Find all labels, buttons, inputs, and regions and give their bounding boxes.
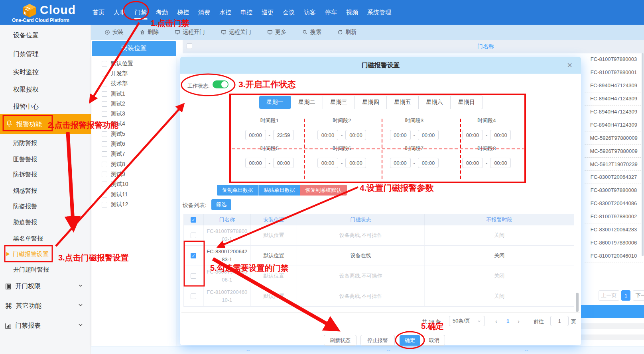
time-from-input[interactable]: 00:00	[245, 158, 266, 168]
nav-item[interactable]: 会议	[282, 7, 295, 18]
checkbox[interactable]	[102, 162, 107, 167]
nav-item[interactable]: 首页	[92, 7, 105, 18]
sidebar-item-permission-auth[interactable]: 权限授权	[0, 83, 91, 96]
time-to-input[interactable]: 00:00	[345, 130, 366, 140]
remote-close-button[interactable]: 远程关门	[221, 29, 251, 36]
week-tab[interactable]: 星期六	[419, 96, 451, 109]
main-pager-prev-button[interactable]: 上一页	[599, 290, 619, 301]
time-from-input[interactable]: 00:00	[245, 130, 266, 140]
checkbox[interactable]	[102, 192, 107, 198]
week-tab[interactable]: 星期二	[291, 96, 323, 109]
paste-day-button[interactable]: 粘贴单日数据	[258, 185, 300, 196]
refresh-button[interactable]: 刷新	[337, 29, 356, 36]
nav-item[interactable]: 水控	[219, 7, 232, 18]
time-from-input[interactable]: 00:00	[317, 130, 338, 140]
confirm-button[interactable]: 确定	[400, 335, 420, 346]
time-from-input[interactable]: 00:00	[390, 130, 411, 140]
time-from-input[interactable]: 00:00	[462, 158, 483, 168]
sidebar-item-door-management[interactable]: 门禁管理	[0, 48, 91, 61]
checkbox[interactable]	[102, 131, 107, 137]
time-to-input[interactable]: 00:00	[418, 158, 439, 168]
sidebar-item-other-functions[interactable]: ⌘ 其它功能	[0, 299, 91, 312]
location-option[interactable]: 测试8	[92, 159, 176, 169]
nav-item[interactable]: 消费	[197, 7, 211, 18]
restore-default-button[interactable]: 恢复到系统默认	[300, 185, 347, 196]
location-option[interactable]: 测试3	[92, 109, 176, 119]
work-status-toggle[interactable]	[213, 80, 228, 88]
location-option[interactable]: 测试7	[92, 149, 176, 159]
page-size-select[interactable]: 50条/页	[449, 316, 485, 326]
checkbox[interactable]	[102, 81, 107, 86]
nav-item[interactable]: 梯控	[176, 7, 190, 18]
refresh-status-button[interactable]: 刷新状态	[324, 335, 356, 346]
checkbox[interactable]	[102, 71, 107, 76]
stop-alarm-button[interactable]: 停止报警	[360, 335, 395, 346]
select-all-checkbox[interactable]: ✓	[191, 217, 196, 223]
week-tab[interactable]: 星期一	[259, 96, 291, 109]
row-checkbox[interactable]	[191, 273, 196, 279]
checkbox[interactable]	[102, 182, 107, 187]
location-option[interactable]: 测试11	[92, 190, 176, 199]
dialog-scrollbar[interactable]	[576, 293, 579, 312]
time-from-input[interactable]: 00:00	[390, 158, 411, 168]
time-to-input[interactable]: 00:00	[273, 158, 294, 168]
nav-item[interactable]: 门禁	[134, 7, 148, 18]
sidebar-item-duress-alarm[interactable]: 胁迫警报	[0, 216, 91, 229]
location-option[interactable]: 默认位置	[92, 59, 176, 68]
sidebar-item-realtime-monitor[interactable]: 实时监控	[0, 66, 91, 78]
checkbox[interactable]	[102, 111, 107, 117]
goto-page-input[interactable]: 1	[550, 316, 569, 326]
location-option[interactable]: 技术部	[92, 79, 176, 89]
cancel-button[interactable]: 取消	[423, 335, 445, 346]
nav-item[interactable]: 视频	[345, 7, 359, 18]
checkbox[interactable]	[102, 91, 107, 97]
nav-item[interactable]: 系统管理	[366, 7, 392, 18]
sidebar-item-door-reports[interactable]: 门禁报表	[0, 319, 91, 332]
row-checkbox[interactable]	[191, 293, 196, 299]
location-option[interactable]: 测试12	[92, 199, 176, 209]
more-button[interactable]: 更多	[267, 29, 286, 36]
nav-item[interactable]: 停车	[324, 7, 338, 18]
sidebar-item-tamper-alarm[interactable]: 防拆警报	[0, 168, 91, 181]
location-option[interactable]: 测试9	[92, 169, 176, 179]
close-icon[interactable]: ×	[567, 60, 572, 70]
nav-item[interactable]: 考勤	[155, 7, 169, 18]
row-checkbox[interactable]	[191, 233, 196, 238]
page-scrollbar[interactable]	[642, 53, 644, 256]
copy-day-button[interactable]: 复制单日数据	[217, 185, 258, 196]
location-option[interactable]: 测试2	[92, 99, 176, 109]
location-option[interactable]: 测试1	[92, 89, 176, 99]
row-checkbox[interactable]: ✓	[191, 253, 196, 258]
sidebar-item-device-location[interactable]: 设备位置	[0, 29, 91, 42]
delete-button[interactable]: 删除	[140, 29, 159, 36]
main-pager-next-button[interactable]: 下一页	[633, 290, 644, 301]
pager-next-arrow[interactable]: ›	[518, 318, 520, 325]
location-option[interactable]: 测试6	[92, 139, 176, 149]
nav-item[interactable]: 访客	[303, 7, 317, 18]
sidebar-item-open-permission[interactable]: 开门权限	[0, 280, 91, 293]
search-button[interactable]: 搜索	[302, 29, 321, 36]
time-to-input[interactable]: 00:00	[490, 130, 511, 140]
location-option[interactable]: 开发部	[92, 68, 176, 78]
time-to-input[interactable]: 23:59	[273, 130, 294, 140]
week-tab[interactable]: 星期日	[451, 96, 483, 109]
time-from-input[interactable]: 00:00	[317, 158, 338, 168]
nav-item[interactable]: 巡更	[261, 7, 274, 18]
sidebar-item-open-timeout-alarm[interactable]: 开门超时警报	[0, 263, 91, 276]
checkbox[interactable]	[102, 151, 107, 157]
remote-open-button[interactable]: 远程开门	[175, 29, 205, 36]
main-pager-page-1[interactable]: 1	[621, 290, 630, 301]
checkbox[interactable]	[102, 202, 107, 207]
checkbox[interactable]	[102, 141, 107, 147]
time-to-input[interactable]: 00:00	[345, 158, 366, 168]
sidebar-item-alarm-center[interactable]: 报警中心	[0, 100, 91, 113]
checkbox[interactable]	[102, 61, 107, 66]
pager-prev-arrow[interactable]: ‹	[495, 318, 497, 325]
time-from-input[interactable]: 00:00	[462, 130, 483, 140]
sidebar-item-burglar-alarm[interactable]: 防盗报警	[0, 200, 91, 213]
week-tab[interactable]: 星期五	[387, 96, 419, 109]
sidebar-item-blacklist-alarm[interactable]: 黑名单警报	[0, 232, 91, 245]
sidebar-item-smoke-alarm[interactable]: 烟感警报	[0, 184, 91, 197]
time-to-input[interactable]: 00:00	[490, 158, 511, 168]
checkbox[interactable]	[102, 101, 107, 107]
